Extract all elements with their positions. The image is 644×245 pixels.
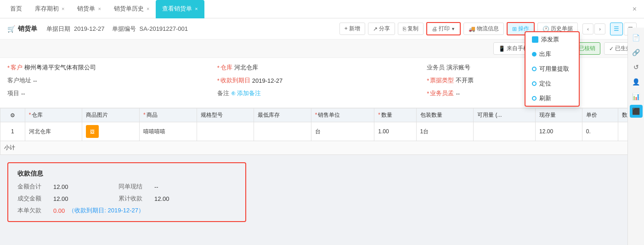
tab-sales-history[interactable]: 销货单历史 × xyxy=(107,0,156,18)
remark-field: 备注 ⊕ 添加备注 xyxy=(217,89,427,97)
print-dropdown-arrow: ▼ xyxy=(451,27,455,31)
payment-section: 收款信息 金额合计 12.00 同单现结 -- 成交金额 12.00 累计收款 … xyxy=(7,162,246,222)
ticket-type-label: 票据类型 xyxy=(430,76,454,85)
right-sidebar: 📄 🔗 ↺ 👤 📊 ⬛ xyxy=(627,28,644,229)
share-button[interactable]: ↗ 分享 xyxy=(368,23,395,35)
add-invoice-icon xyxy=(532,36,538,43)
doc-actions: + 新增 ↗ 分享 ⎘ 复制 🖨 打印 ▼ 🚚 物流信息 ⊞ 操作 🕐 历史单据… xyxy=(339,22,637,35)
row-pack-qty: 1台 xyxy=(416,122,474,141)
outbound-item[interactable]: 出库 xyxy=(525,47,579,62)
tab-view-sales[interactable]: 查看销货单 × xyxy=(156,0,204,18)
customer-field: * 客户 柳州粤港平安气体有限公司 xyxy=(7,63,217,72)
col-qty: *数量 xyxy=(374,108,416,122)
close-tab-sales[interactable]: × xyxy=(98,6,101,11)
doc-date-label: 单据日期 2019-12-27 xyxy=(46,25,105,33)
staff-label: 业务员 xyxy=(427,63,445,72)
project-label: 项目 xyxy=(7,89,19,97)
col-current-stock: 现存量 xyxy=(536,108,582,122)
project-field: 项目 -- xyxy=(7,89,217,97)
tab-inventory-init[interactable]: 库存期初 × xyxy=(28,0,71,18)
sidebar-doc-icon[interactable]: 📄 xyxy=(630,31,643,44)
col-warehouse: *仓库 xyxy=(25,108,82,122)
copy-button[interactable]: ⎘ 复制 xyxy=(398,23,424,35)
locate-item[interactable]: 定位 xyxy=(525,76,579,91)
table-row: 1 河北仓库 🖼 嘻嘻嘻嘻 台 1.00 1台 12.00 0. xyxy=(0,122,644,141)
sidebar-refresh-icon[interactable]: ↺ xyxy=(630,61,643,74)
project-value: -- xyxy=(21,90,25,97)
new-button[interactable]: + 新增 xyxy=(339,23,365,35)
amount-value: 12.00 xyxy=(53,183,68,190)
close-tab-view[interactable]: × xyxy=(195,6,198,11)
customer-value: 柳州粤港平安气体有限公司 xyxy=(24,63,96,72)
remark-label: 备注 xyxy=(217,89,229,97)
tab-home[interactable]: 首页 xyxy=(4,0,28,18)
list-view-btn[interactable]: ☰ xyxy=(610,23,623,35)
same-order-row: 同单现结 -- xyxy=(119,182,220,191)
warehouse-value: 河北仓库 xyxy=(234,63,258,72)
print-icon: 🖨 xyxy=(432,26,437,32)
amount-label: 金额合计 xyxy=(17,182,50,191)
subtotal-row: 小计 xyxy=(0,141,644,155)
items-table: ⚙ *仓库 商品图片 *商品 规格型号 最低库存 *销售单位 *数量 包装数量 … xyxy=(0,108,644,155)
prev-arrow[interactable]: ‹ xyxy=(582,23,593,34)
owe-row: 本单欠款 0.00 （收款到期日: 2019-12-27） xyxy=(17,206,220,215)
truck-icon: 🚚 xyxy=(469,26,475,32)
payment-title: 收款信息 xyxy=(17,170,236,178)
payment-grid: 金额合计 12.00 同单现结 -- 成交金额 12.00 累计收款 12.00… xyxy=(17,182,236,215)
warehouse-required-star: * xyxy=(217,64,220,71)
row-available xyxy=(474,122,536,141)
ticket-required-star: * xyxy=(427,77,429,84)
available-qty-item[interactable]: 可用量提取 xyxy=(525,62,579,76)
close-tab-inventory[interactable]: × xyxy=(62,6,64,11)
available-qty-icon xyxy=(532,67,537,71)
share-icon: ↗ xyxy=(373,26,378,32)
sidebar-link-icon[interactable]: 🔗 xyxy=(630,46,643,59)
due-date-value: 2019-12-27 xyxy=(252,77,283,84)
sidebar-user-icon[interactable]: 👤 xyxy=(630,75,643,88)
address-field: 客户地址 -- xyxy=(7,76,217,85)
same-order-value: -- xyxy=(154,183,158,190)
sidebar-chart-icon[interactable]: 📊 xyxy=(630,90,643,103)
locate-icon xyxy=(532,81,537,86)
col-product: *商品 xyxy=(139,108,197,122)
table-header-row: ⚙ *仓库 商品图片 *商品 规格型号 最低库存 *销售单位 *数量 包装数量 … xyxy=(0,108,644,122)
refresh-icon xyxy=(532,96,537,101)
amount-row: 金额合计 12.00 xyxy=(17,182,119,191)
copy-icon: ⎘ xyxy=(403,26,406,32)
row-warehouse: 河北仓库 xyxy=(25,122,82,141)
add-invoice-item[interactable]: 添发票 xyxy=(525,32,579,47)
tab-sales-order[interactable]: 销货单 × xyxy=(71,0,107,18)
cumulative-row: 累计收款 12.00 xyxy=(119,194,220,203)
refresh-item[interactable]: 刷新 xyxy=(525,91,579,106)
col-available: 可用量 (... xyxy=(474,108,536,122)
logistics-button[interactable]: 🚚 物流信息 xyxy=(463,23,504,35)
warehouse-label: 仓库 xyxy=(220,63,232,72)
table-wrap: ⚙ *仓库 商品图片 *商品 规格型号 最低库存 *销售单位 *数量 包装数量 … xyxy=(0,108,644,155)
staff-value: 演示账号 xyxy=(446,63,470,72)
payment-container: 收款信息 金额合计 12.00 同单现结 -- 成交金额 12.00 累计收款 … xyxy=(0,155,644,229)
img-icon: 🖼 xyxy=(90,129,95,134)
add-remark-button[interactable]: ⊕ 添加备注 xyxy=(231,89,261,97)
row-product: 嘻嘻嘻嘻 xyxy=(139,122,197,141)
row-current-stock: 12.00 xyxy=(536,122,582,141)
col-pack-qty: 包装数量 xyxy=(416,108,474,122)
doc-icon: 🛒 xyxy=(7,25,15,33)
salesperson-required-star: * xyxy=(427,90,429,97)
cumulative-value: 12.00 xyxy=(154,195,169,202)
next-arrow[interactable]: › xyxy=(594,23,605,34)
owe-value: 0.00 xyxy=(53,207,65,214)
warehouse-field: * 仓库 河北仓库 xyxy=(217,63,427,72)
close-tab-history[interactable]: × xyxy=(147,6,149,11)
same-order-label: 同单现结 xyxy=(119,182,151,191)
effective-icon: ✓ xyxy=(609,46,614,52)
col-min-stock: 最低库存 xyxy=(254,108,311,122)
deal-amount-row: 成交金额 12.00 xyxy=(17,194,119,203)
due-date-field: * 收款到期日 2019-12-27 xyxy=(217,76,427,85)
sidebar-expand-icon[interactable]: ⬛ xyxy=(630,105,643,118)
row-price: 0. xyxy=(582,122,618,141)
row-unit: 台 xyxy=(311,122,374,141)
print-button[interactable]: 🖨 打印 ▼ xyxy=(426,22,461,35)
close-window-button[interactable]: × xyxy=(629,5,640,13)
ticket-type-value: 不开票 xyxy=(456,76,474,85)
salesperson-label: 业务员孟 xyxy=(430,89,454,97)
